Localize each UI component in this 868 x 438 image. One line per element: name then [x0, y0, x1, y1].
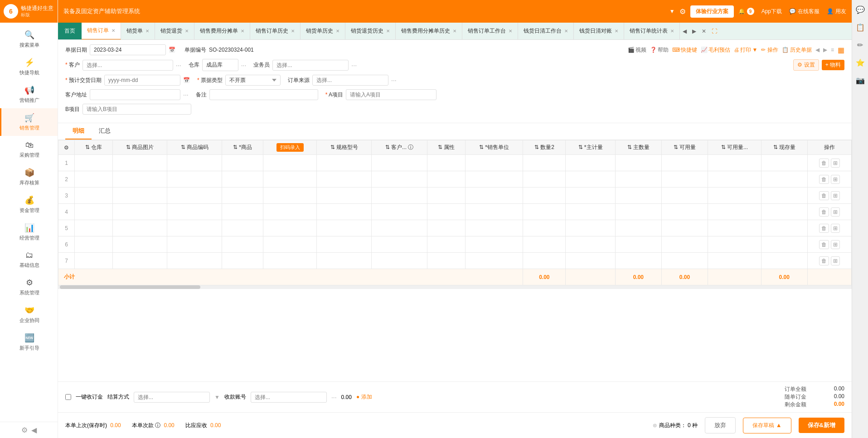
row-available-1[interactable] — [661, 155, 708, 171]
collapse-icon[interactable]: ◀ — [31, 426, 37, 434]
b-project-input[interactable] — [82, 104, 191, 115]
row-warehouse-1[interactable] — [75, 155, 113, 171]
help-link[interactable]: ❓ 帮助 — [650, 46, 669, 54]
row-unit-6[interactable] — [465, 236, 523, 253]
row-product-7[interactable] — [222, 253, 263, 269]
row-warehouse-2[interactable] — [75, 171, 113, 188]
row-current-1[interactable] — [761, 155, 807, 171]
row-available2-3[interactable] — [708, 188, 761, 204]
nav-right-icon[interactable]: ▶ — [823, 47, 827, 53]
th-warehouse[interactable]: ⇅ 仓库 — [75, 140, 113, 155]
row-qty2-7[interactable] — [523, 253, 566, 269]
row-customer-attr-4[interactable] — [372, 204, 427, 220]
row-warehouse-6[interactable] — [75, 236, 113, 253]
right-panel-icon-5[interactable]: 📷 — [854, 74, 867, 87]
row-scan-5[interactable] — [263, 220, 317, 236]
row-copy-4[interactable]: ⊞ — [831, 207, 840, 217]
row-current-4[interactable] — [761, 204, 807, 220]
row-spec-6[interactable] — [317, 236, 372, 253]
tab-9[interactable]: 销售订单工作台✕ — [462, 23, 518, 40]
th-product[interactable]: ⇅ *商品 — [222, 140, 263, 155]
row-property-4[interactable] — [427, 204, 465, 220]
tab-6[interactable]: 销货单历史✕ — [301, 23, 345, 40]
row-delete-4[interactable]: 🗑 — [819, 207, 829, 217]
row-available2-1[interactable] — [708, 155, 761, 171]
customer-dots[interactable]: ··· — [176, 62, 181, 69]
date-input[interactable] — [90, 44, 166, 55]
sidebar-item-2[interactable]: 📢 营销推广 — [0, 81, 58, 108]
row-property-7[interactable] — [427, 253, 465, 269]
row-qty2-4[interactable] — [523, 204, 566, 220]
save-draft-button[interactable]: 保存草稿 ▲ — [743, 418, 791, 433]
th-main-unit[interactable]: ⇅ *主计量 — [566, 140, 615, 155]
row-scan-4[interactable] — [263, 204, 317, 220]
row-customer-attr-2[interactable] — [372, 171, 427, 188]
tab-summary[interactable]: 汇总 — [92, 123, 118, 140]
row-image-2[interactable] — [112, 171, 167, 188]
tab-close-8[interactable]: ✕ — [509, 29, 512, 34]
row-current-5[interactable] — [761, 220, 807, 236]
tab-close-6[interactable]: ✕ — [386, 29, 390, 34]
th-current[interactable]: ⇅ 现存量 — [761, 140, 807, 155]
add-item-button[interactable]: + 物料 — [822, 60, 844, 70]
online-service-link[interactable]: 💬 在线客服 — [789, 8, 820, 15]
row-qty2-1[interactable] — [523, 155, 566, 171]
row-unit-1[interactable] — [465, 155, 523, 171]
app-download-link[interactable]: App下载 — [761, 8, 782, 15]
row-code-3[interactable] — [167, 188, 222, 204]
row-scan-3[interactable] — [263, 188, 317, 204]
settings-icon[interactable]: ⚙ — [21, 426, 28, 434]
row-main-qty-1[interactable] — [615, 155, 661, 171]
tab-10[interactable]: 钱货日清工作台✕ — [518, 23, 574, 40]
row-current-2[interactable] — [761, 171, 807, 188]
row-unit-5[interactable] — [465, 220, 523, 236]
scrollbar-thumb[interactable] — [60, 285, 200, 289]
row-main-unit-3[interactable] — [566, 188, 615, 204]
row-code-4[interactable] — [167, 204, 222, 220]
shortcut-link[interactable]: ⌨ 快捷键 — [672, 46, 697, 54]
row-image-5[interactable] — [112, 220, 167, 236]
tab-close-all[interactable]: ✕ — [699, 23, 709, 40]
row-available2-5[interactable] — [708, 220, 761, 236]
row-property-1[interactable] — [427, 155, 465, 171]
right-panel-icon-4[interactable]: ⭐ — [854, 57, 867, 69]
th-main-qty[interactable]: ⇅ 主数量 — [615, 140, 661, 155]
tab-7[interactable]: 销货退货历史✕ — [345, 23, 396, 40]
row-unit-4[interactable] — [465, 204, 523, 220]
row-customer-attr-6[interactable] — [372, 236, 427, 253]
row-available-7[interactable] — [661, 253, 708, 269]
row-available2-7[interactable] — [708, 253, 761, 269]
row-main-unit-7[interactable] — [566, 253, 615, 269]
row-code-6[interactable] — [167, 236, 222, 253]
row-warehouse-3[interactable] — [75, 188, 113, 204]
row-code-2[interactable] — [167, 171, 222, 188]
row-product-5[interactable] — [222, 220, 263, 236]
row-delete-2[interactable]: 🗑 — [819, 175, 829, 184]
th-settings[interactable]: ⚙ — [58, 140, 75, 155]
note-input[interactable] — [209, 89, 318, 100]
sidebar-item-1[interactable]: ⚡ 快捷导航 — [0, 53, 58, 81]
tab-close-5[interactable]: ✕ — [336, 29, 339, 34]
row-delete-6[interactable]: 🗑 — [819, 240, 829, 249]
sidebar-item-10[interactable]: 🤝 企业协同 — [0, 301, 58, 328]
row-customer-attr-5[interactable] — [372, 220, 427, 236]
row-product-4[interactable] — [222, 204, 263, 220]
sidebar-item-7[interactable]: 📊 经营管理 — [0, 218, 58, 246]
row-copy-3[interactable]: ⊞ — [831, 191, 840, 200]
th-spec[interactable]: ⇅ 规格型号 — [317, 140, 372, 155]
row-main-qty-6[interactable] — [615, 236, 661, 253]
row-copy-7[interactable]: ⊞ — [831, 256, 840, 265]
tab-detail[interactable]: 明细 — [65, 123, 92, 140]
tab-close-4[interactable]: ✕ — [291, 29, 295, 34]
row-image-4[interactable] — [112, 204, 167, 220]
row-current-3[interactable] — [761, 188, 807, 204]
row-current-6[interactable] — [761, 236, 807, 253]
notification-icon[interactable]: 🔔 9 — [738, 8, 754, 15]
settings-button[interactable]: ⚙ 设置 — [793, 59, 819, 71]
salesperson-dots[interactable]: ··· — [351, 62, 357, 69]
row-copy-6[interactable]: ⊞ — [831, 240, 840, 249]
row-main-qty-4[interactable] — [615, 204, 661, 220]
orange-panel-icon[interactable]: ▦ — [838, 46, 844, 54]
row-current-7[interactable] — [761, 253, 807, 269]
th-available[interactable]: ⇅ 可用量 — [661, 140, 708, 155]
